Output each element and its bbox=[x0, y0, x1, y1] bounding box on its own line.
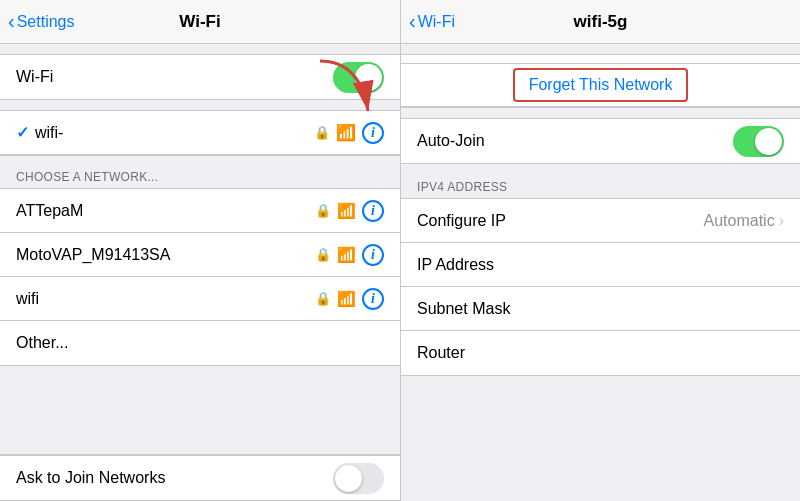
wifi-back-button[interactable]: ‹ Wi-Fi bbox=[409, 12, 455, 31]
auto-join-toggle-knob bbox=[755, 128, 782, 155]
checkmark-icon: ✓ bbox=[16, 123, 29, 142]
forget-network-row[interactable]: Forget This Network bbox=[401, 63, 800, 107]
network-name-wifi: wifi bbox=[16, 290, 315, 308]
right-nav-title: wifi-5g bbox=[574, 12, 628, 32]
configure-ip-label: Configure IP bbox=[417, 212, 704, 230]
network-row-other[interactable]: Other... bbox=[0, 321, 400, 365]
wifi-settings-panel: ‹ Settings Wi-Fi Wi-Fi ✓ wifi- 🔒 📶 i bbox=[0, 0, 400, 501]
ask-join-toggle[interactable] bbox=[333, 463, 384, 494]
wifi-toggle[interactable] bbox=[333, 62, 384, 93]
ip-address-label: IP Address bbox=[417, 256, 784, 274]
wifi-signal-icon: 📶 bbox=[336, 123, 356, 142]
ipv4-section: IPV4 ADDRESS Configure IP Automatic › IP… bbox=[401, 174, 800, 376]
auto-join-section: Auto-Join bbox=[401, 118, 800, 164]
forget-network-group: Forget This Network bbox=[401, 54, 800, 108]
router-label: Router bbox=[417, 344, 784, 362]
auto-join-group: Auto-Join bbox=[401, 118, 800, 164]
auto-join-label: Auto-Join bbox=[417, 132, 733, 150]
network-name-attepam: ATTepaM bbox=[16, 202, 315, 220]
choose-network-header: CHOOSE A NETWORK... bbox=[0, 164, 400, 188]
ask-join-group: Ask to Join Networks bbox=[0, 455, 400, 501]
connected-network-group: ✓ wifi- 🔒 📶 i bbox=[0, 110, 400, 156]
lock-icon: 🔒 bbox=[314, 125, 330, 140]
auto-join-row: Auto-Join bbox=[401, 119, 800, 163]
wifi-row-icons: 🔒 📶 i bbox=[315, 288, 384, 310]
network-row-attepam[interactable]: ATTepaM 🔒 📶 i bbox=[0, 189, 400, 233]
wifi-toggle-group: Wi-Fi bbox=[0, 54, 400, 100]
network-icons: 🔒 📶 i bbox=[314, 122, 384, 144]
ip-address-row: IP Address bbox=[401, 243, 800, 287]
network-row-motovap[interactable]: MotoVAP_M91413SA 🔒 📶 i bbox=[0, 233, 400, 277]
ask-join-row: Ask to Join Networks bbox=[0, 456, 400, 500]
right-nav-bar: ‹ Wi-Fi wifi-5g bbox=[401, 0, 800, 44]
connected-network-row[interactable]: ✓ wifi- 🔒 📶 i bbox=[0, 111, 400, 155]
right-back-label: Wi-Fi bbox=[418, 13, 455, 31]
wifi-icon-motovap: 📶 bbox=[337, 246, 356, 264]
wifi-label: Wi-Fi bbox=[16, 68, 333, 86]
router-row: Router bbox=[401, 331, 800, 375]
network-info-button[interactable]: i bbox=[362, 122, 384, 144]
attepam-info-button[interactable]: i bbox=[362, 200, 384, 222]
subnet-mask-label: Subnet Mask bbox=[417, 300, 784, 318]
lock-icon-attepam: 🔒 bbox=[315, 203, 331, 218]
ask-join-toggle-knob bbox=[335, 465, 362, 492]
attepam-icons: 🔒 📶 i bbox=[315, 200, 384, 222]
settings-back-button[interactable]: ‹ Settings bbox=[8, 12, 74, 31]
connected-network-name: wifi- bbox=[35, 124, 314, 142]
toggle-knob bbox=[355, 64, 382, 91]
wifi-toggle-row: Wi-Fi bbox=[0, 55, 400, 99]
configure-ip-chevron-icon: › bbox=[779, 212, 784, 230]
network-row-wifi[interactable]: wifi 🔒 📶 i bbox=[0, 277, 400, 321]
auto-join-toggle[interactable] bbox=[733, 126, 784, 157]
wifi-info-button[interactable]: i bbox=[362, 288, 384, 310]
wifi-icon-wifi: 📶 bbox=[337, 290, 356, 308]
lock-icon-motovap: 🔒 bbox=[315, 247, 331, 262]
motovap-icons: 🔒 📶 i bbox=[315, 244, 384, 266]
back-label: Settings bbox=[17, 13, 75, 31]
network-name-other: Other... bbox=[16, 334, 384, 352]
network-name-motovap: MotoVAP_M91413SA bbox=[16, 246, 315, 264]
ask-join-label: Ask to Join Networks bbox=[16, 469, 333, 487]
left-nav-title: Wi-Fi bbox=[179, 12, 220, 32]
left-nav-bar: ‹ Settings Wi-Fi bbox=[0, 0, 400, 44]
wifi-icon-attepam: 📶 bbox=[337, 202, 356, 220]
ipv4-header: IPV4 ADDRESS bbox=[401, 174, 800, 198]
configure-ip-value: Automatic bbox=[704, 212, 775, 230]
back-chevron-icon: ‹ bbox=[8, 11, 15, 31]
ipv4-group: Configure IP Automatic › IP Address Subn… bbox=[401, 198, 800, 376]
configure-ip-row[interactable]: Configure IP Automatic › bbox=[401, 199, 800, 243]
forget-network-label: Forget This Network bbox=[513, 68, 689, 102]
forget-network-section: Forget This Network bbox=[401, 54, 800, 108]
motovap-info-button[interactable]: i bbox=[362, 244, 384, 266]
right-back-chevron-icon: ‹ bbox=[409, 11, 416, 31]
subnet-mask-row: Subnet Mask bbox=[401, 287, 800, 331]
lock-icon-wifi: 🔒 bbox=[315, 291, 331, 306]
available-networks-group: ATTepaM 🔒 📶 i MotoVAP_M91413SA 🔒 📶 i wif… bbox=[0, 188, 400, 366]
ask-join-section: Ask to Join Networks bbox=[0, 454, 400, 501]
wifi-detail-panel: ‹ Wi-Fi wifi-5g Forget This Network Auto… bbox=[400, 0, 800, 501]
